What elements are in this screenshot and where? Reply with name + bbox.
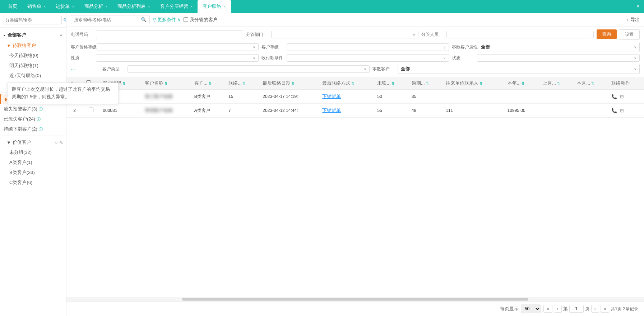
filter-retail-customer-select[interactable]: 全部 ∨ xyxy=(398,64,640,74)
sidebar-item-lost-soon[interactable]: 流失预警客户(3) ⓘ xyxy=(0,104,66,114)
overdue-sort-icon[interactable]: ⇅ xyxy=(426,81,429,85)
horizontal-scrollbar[interactable] xyxy=(66,297,644,301)
last-date-sort-icon[interactable]: ⇅ xyxy=(292,81,295,85)
filter-icon: ▽ xyxy=(153,17,156,22)
filter-customer-level-select[interactable]: ∨ xyxy=(287,43,449,51)
more-ellipsis[interactable]: ··· xyxy=(71,66,75,72)
my-customers-check[interactable] xyxy=(184,17,188,22)
row-this-month-1 xyxy=(573,90,607,104)
name-sort-icon[interactable]: ⇅ xyxy=(165,81,167,85)
action-phone-icon-2[interactable]: 📞 xyxy=(611,108,617,113)
page-last-button[interactable]: » xyxy=(601,305,610,313)
category-sort-icon[interactable]: ⇅ xyxy=(209,81,212,85)
sidebar-item-tomorrow[interactable]: 明天待联络(1) xyxy=(4,61,66,71)
row-last-method-2[interactable]: 下销货单 xyxy=(319,104,374,118)
nav-purchase[interactable]: 进货单 × xyxy=(51,0,79,13)
code-sort-icon[interactable]: ⇅ xyxy=(122,81,125,85)
sidebar-item-today[interactable]: 今天待联络(0) xyxy=(4,51,66,61)
action-more-icon-2[interactable]: ⊞ xyxy=(620,108,624,113)
filter-person-select[interactable]: ··· xyxy=(446,31,594,38)
nav-customer-tier-close[interactable]: × xyxy=(190,4,193,9)
filter-dept-label: 分管部门 xyxy=(246,32,271,38)
value-group-edit-icon[interactable]: ✎ xyxy=(59,140,63,145)
sidebar-item-lost[interactable]: 已流失客户(24) ⓘ xyxy=(0,114,66,124)
sidebar-item-7days[interactable]: 近7天待联络(0) xyxy=(4,71,66,81)
nav-home-label: 首页 xyxy=(8,3,17,10)
table-col-last-date: 最后联络日期⇅ xyxy=(259,77,319,90)
more-conditions-button[interactable]: ▽ 更多条件 ∧ xyxy=(153,16,181,23)
row-checkbox-2[interactable] xyxy=(83,104,99,118)
contacts-sort-icon[interactable]: ⇅ xyxy=(479,81,482,85)
this-year-sort-icon[interactable]: ⇅ xyxy=(522,81,524,85)
filter-person: 分管人员 ··· xyxy=(421,31,594,38)
row-this-year-1 xyxy=(504,90,539,104)
nav-sales[interactable]: 销售单 × xyxy=(22,0,51,13)
filter-search-input[interactable] xyxy=(74,17,141,22)
this-month-sort-icon[interactable]: ⇅ xyxy=(591,81,594,85)
nav-home[interactable]: 首页 xyxy=(3,0,22,13)
my-customers-checkbox[interactable]: 我分管的客户 xyxy=(184,16,218,23)
nav-close-all-button[interactable]: × xyxy=(636,3,640,10)
pending-sort-icon[interactable]: ⇅ xyxy=(392,81,394,85)
page-first-button[interactable]: « xyxy=(543,305,552,313)
page-number-input[interactable] xyxy=(569,305,584,313)
nav-customer-contact[interactable]: 客户联络 × xyxy=(198,0,231,13)
filter-payment-select[interactable]: ∨ xyxy=(287,54,449,62)
row-last-date-1: 2023-04-17 14:19: xyxy=(259,90,319,104)
last-month-sort-icon[interactable]: ⇅ xyxy=(557,81,560,85)
nav-product-list[interactable]: 商品分析列表 × xyxy=(112,0,155,13)
query-button[interactable]: 查询 xyxy=(597,29,617,39)
sidebar-search-input[interactable] xyxy=(3,16,62,24)
page-next-button[interactable]: › xyxy=(591,305,599,313)
nav-purchase-close[interactable]: × xyxy=(72,4,74,9)
row-last-method-1[interactable]: 下销货单 xyxy=(319,90,374,104)
nav-product-list-close[interactable]: × xyxy=(148,4,150,9)
action-more-icon-1[interactable]: ⊞ xyxy=(620,94,624,99)
filter-price-level-select[interactable]: ∨ xyxy=(97,43,259,51)
nav-customer-contact-close[interactable]: × xyxy=(223,4,226,9)
sidebar-item-unclassified[interactable]: 未分组(32) xyxy=(4,147,66,157)
top-nav: 首页 销售单 × 进货单 × 商品分析 × 商品分析列表 × 客户分层经营 × … xyxy=(0,0,644,13)
per-page-select[interactable]: 50 100 200 xyxy=(521,305,541,313)
last-method-link-1[interactable]: 下销货单 xyxy=(322,94,341,99)
sidebar-search-icon[interactable]: 🔍 xyxy=(63,18,66,23)
value-group-label: 价值客户 xyxy=(13,139,31,146)
filter-retail-customer: 零散客户 全部 ∨ xyxy=(372,64,640,74)
filter-dept-select[interactable]: ∨ xyxy=(271,31,418,38)
sidebar-all-customers[interactable]: ▪ 全部客户 « xyxy=(0,30,66,41)
sidebar-item-a-class[interactable]: A类客户(1) xyxy=(4,157,66,168)
value-group-circle-icon[interactable]: ○ xyxy=(55,140,58,145)
sidebar-value-group-header[interactable]: ▼ 价值客户 ○ ✎ xyxy=(4,137,66,147)
sidebar-item-b-class[interactable]: B类客户(33) xyxy=(4,168,66,178)
contact-sort-icon[interactable]: ⇅ xyxy=(243,81,246,85)
filter-nature-select[interactable]: ∨ xyxy=(96,54,259,62)
sidebar-content: ▪ 全部客户 « ▼ 待联络客户 今天待联络(0) 明天待联络(1) 近7天待联… xyxy=(0,28,66,316)
scrollbar-thumb[interactable] xyxy=(182,298,529,301)
sidebar-search-area: 🔍 xyxy=(0,13,66,28)
settings-button[interactable]: 设置 xyxy=(619,29,640,40)
sidebar-item-declining[interactable]: 持续下滑客户(2) ⓘ xyxy=(0,124,66,134)
nav-customer-tier[interactable]: 客户分层经营 × xyxy=(155,0,198,13)
page-prev-button[interactable]: ‹ xyxy=(554,305,562,313)
nav-product-analysis[interactable]: 商品分析 × xyxy=(79,0,112,13)
export-button[interactable]: ↑ 导出 xyxy=(627,16,640,23)
nav-product-analysis-close[interactable]: × xyxy=(105,4,107,9)
declining-info-icon: ⓘ xyxy=(39,127,43,132)
row-2-checkbox[interactable] xyxy=(89,108,93,112)
filter-retail-attr-select[interactable]: 全部 ∨ xyxy=(478,42,640,52)
advanced-filter: 电话号码 分管部门 ∨ 分管人员 ··· xyxy=(66,27,644,77)
last-method-link-2[interactable]: 下销货单 xyxy=(322,108,341,113)
row-name-2: 李四客户名称 xyxy=(141,104,191,118)
adv-filter-row-2: 客户价格等级 ∨ 客户等级 ∨ 零散客户属性 全部 xyxy=(71,42,640,52)
sidebar-collapse-icon[interactable]: « xyxy=(60,33,62,38)
table-col-last-month: 上月...⇅ xyxy=(539,77,573,90)
action-phone-icon-1[interactable]: 📞 xyxy=(611,94,617,99)
sidebar-item-c-class[interactable]: C类客户(6) xyxy=(4,178,66,188)
filter-phone-input[interactable] xyxy=(96,30,243,39)
filter-status-select[interactable]: ∨ xyxy=(477,54,640,62)
sidebar-pending-group-title[interactable]: ▼ 待联络客户 xyxy=(4,41,66,51)
last-method-sort-icon[interactable]: ⇅ xyxy=(351,81,354,85)
nav-sales-close[interactable]: × xyxy=(43,4,46,9)
filter-customer-type-select[interactable]: ∨ xyxy=(128,65,370,73)
filter-search-button[interactable]: 🔍 xyxy=(141,17,147,22)
